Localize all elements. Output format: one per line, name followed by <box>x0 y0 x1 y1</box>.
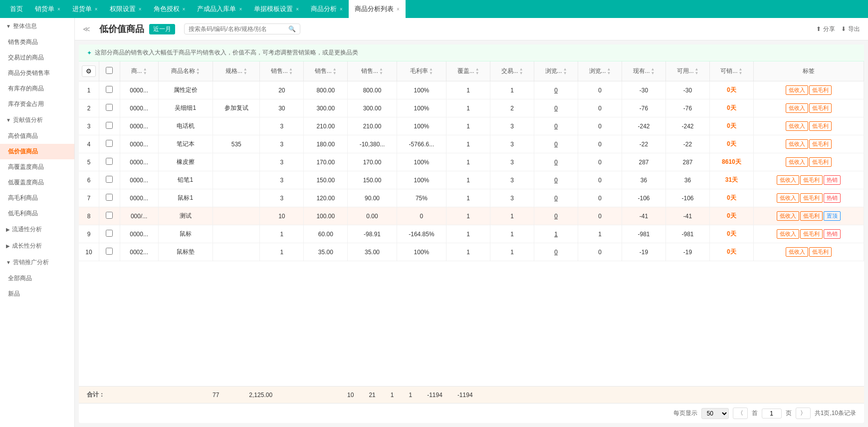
col-transactions[interactable]: 交易...▲▼ <box>490 61 534 81</box>
sidebar-item-有库存的商品[interactable]: 有库存的商品 <box>0 81 74 96</box>
search-icon[interactable]: 🔍 <box>288 25 296 32</box>
collapse-sidebar-button[interactable]: ≪ <box>83 25 90 33</box>
nav-item-商品分析[interactable]: 商品分析× <box>305 0 349 18</box>
row-checkbox[interactable] <box>106 122 113 129</box>
row-checkbox[interactable] <box>106 248 113 255</box>
row-checkbox[interactable] <box>106 140 113 147</box>
views-link[interactable]: 0 <box>554 87 558 94</box>
cell-checkbox[interactable] <box>99 189 120 207</box>
col-name-sort[interactable]: 商品名称▲▼ <box>171 67 200 75</box>
nav-item-商品分析列表[interactable]: 商品分析列表× <box>349 0 406 18</box>
col-sales2-sort[interactable]: 销售...▲▼ <box>315 67 337 75</box>
col-code[interactable]: 商...▲▼ <box>120 61 158 81</box>
nav-item-角色授权[interactable]: 角色授权× <box>148 0 192 18</box>
sidebar-item-全部商品[interactable]: 全部商品 <box>0 271 74 286</box>
cell-views1[interactable]: 0 <box>534 99 578 117</box>
col-sales2[interactable]: 销售...▲▼ <box>304 61 348 81</box>
nav-item-单据模板设置[interactable]: 单据模板设置× <box>248 0 305 18</box>
cell-checkbox[interactable] <box>99 243 120 261</box>
col-spec-sort[interactable]: 规格...▲▼ <box>225 67 247 75</box>
nav-item-产成品入库单[interactable]: 产成品入库单× <box>191 0 248 18</box>
close-icon[interactable]: × <box>183 6 186 12</box>
row-checkbox[interactable] <box>106 104 113 111</box>
sidebar-item-高毛利商品[interactable]: 高毛利商品 <box>0 190 74 206</box>
cell-checkbox[interactable] <box>99 225 120 243</box>
share-button[interactable]: ⬆ 分享 <box>816 25 835 33</box>
cell-views1[interactable]: 1 <box>534 225 578 243</box>
col-views2[interactable]: 浏览...▲▼ <box>578 61 622 81</box>
search-input[interactable] <box>189 25 288 32</box>
sidebar-item-高价值商品[interactable]: 高价值商品 <box>0 128 74 144</box>
col-sales1[interactable]: 销售...▲▼ <box>260 61 304 81</box>
cell-views1[interactable]: 0 <box>534 189 578 207</box>
page-input[interactable] <box>762 409 782 419</box>
nav-item-权限设置[interactable]: 权限设置× <box>104 0 148 18</box>
next-page-button[interactable]: 〉 <box>796 408 811 419</box>
sidebar-item-低价值商品[interactable]: 低价值商品 <box>0 144 74 159</box>
cell-checkbox[interactable] <box>99 171 120 189</box>
sidebar-item-低毛利商品[interactable]: 低毛利商品 <box>0 206 74 221</box>
close-icon[interactable]: × <box>139 6 142 12</box>
prev-page-button[interactable]: 〈 <box>733 408 748 419</box>
close-icon[interactable]: × <box>296 6 299 12</box>
per-page-select[interactable]: 50 100 200 <box>701 408 729 419</box>
views-link[interactable]: 0 <box>554 213 558 220</box>
views-link[interactable]: 0 <box>554 123 558 130</box>
row-checkbox[interactable] <box>106 158 113 165</box>
filter-tag-button[interactable]: 近一月 <box>149 24 175 34</box>
table-scroll[interactable]: ⚙ 商...▲▼ 商品名称▲▼ 规格...▲▼ 销售...▲▼ 销售...▲▼ … <box>79 61 864 386</box>
cell-checkbox[interactable] <box>99 207 120 225</box>
cell-views1[interactable]: 0 <box>534 117 578 135</box>
sidebar-item-低覆盖度商品[interactable]: 低覆盖度商品 <box>0 175 74 190</box>
cell-views1[interactable]: 0 <box>534 135 578 153</box>
nav-item-进货单[interactable]: 进货单× <box>66 0 104 18</box>
sidebar-item-高覆盖度商品[interactable]: 高覆盖度商品 <box>0 159 74 175</box>
col-coverage-sort[interactable]: 覆盖...▲▼ <box>457 67 479 75</box>
cell-views1[interactable]: 0 <box>534 153 578 171</box>
close-icon[interactable]: × <box>397 6 400 12</box>
cell-checkbox[interactable] <box>99 117 120 135</box>
views-link[interactable]: 0 <box>554 249 558 256</box>
row-checkbox[interactable] <box>106 86 113 93</box>
col-views1-sort[interactable]: 浏览...▲▼ <box>545 67 567 75</box>
col-code-sort[interactable]: 商...▲▼ <box>131 67 147 75</box>
sidebar-item-销售类商品[interactable]: 销售类商品 <box>0 34 74 50</box>
row-checkbox[interactable] <box>106 230 113 237</box>
cell-checkbox[interactable] <box>99 99 120 117</box>
col-checkbox[interactable] <box>99 61 120 81</box>
sidebar-item-商品分类销售率[interactable]: 商品分类销售率 <box>0 65 74 81</box>
col-saleable-sort[interactable]: 可销...▲▼ <box>720 67 742 75</box>
views-link[interactable]: 0 <box>554 159 558 166</box>
close-icon[interactable]: × <box>57 6 60 12</box>
col-sales3-sort[interactable]: 销售...▲▼ <box>361 67 383 75</box>
sidebar-section-title[interactable]: ▼ 整体信息 <box>0 18 74 34</box>
col-transactions-sort[interactable]: 交易...▲▼ <box>501 67 523 75</box>
nav-item-首页[interactable]: 首页 <box>4 0 29 18</box>
cell-checkbox[interactable] <box>99 81 120 99</box>
row-checkbox[interactable] <box>106 212 113 219</box>
select-all-checkbox[interactable] <box>106 67 113 74</box>
close-icon[interactable]: × <box>239 6 242 12</box>
row-checkbox[interactable] <box>106 194 113 201</box>
cell-checkbox[interactable] <box>99 153 120 171</box>
sidebar-section-title[interactable]: ▼ 贡献值分析 <box>0 112 74 128</box>
cell-views1[interactable]: 0 <box>534 207 578 225</box>
col-current[interactable]: 现有...▲▼ <box>622 61 666 81</box>
export-button[interactable]: ⬇ 导出 <box>841 25 860 33</box>
cell-views1[interactable]: 0 <box>534 81 578 99</box>
sidebar-section-title[interactable]: ▶ 流通性分析 <box>0 221 74 238</box>
views-link[interactable]: 0 <box>554 105 558 112</box>
sidebar-section-title[interactable]: ▶ 成长性分析 <box>0 238 74 254</box>
col-views2-sort[interactable]: 浏览...▲▼ <box>589 67 611 75</box>
col-spec[interactable]: 规格...▲▼ <box>213 61 260 81</box>
col-views1[interactable]: 浏览...▲▼ <box>534 61 578 81</box>
col-available-sort[interactable]: 可用...▲▼ <box>677 67 699 75</box>
sidebar-item-交易过的商品[interactable]: 交易过的商品 <box>0 50 74 65</box>
col-name[interactable]: 商品名称▲▼ <box>158 61 213 81</box>
col-sales3[interactable]: 销售...▲▼ <box>348 61 397 81</box>
gear-button[interactable]: ⚙ <box>82 65 96 77</box>
sidebar-section-title[interactable]: ▼ 营销推广分析 <box>0 254 74 271</box>
views-link[interactable]: 1 <box>554 231 558 238</box>
col-current-sort[interactable]: 现有...▲▼ <box>633 67 655 75</box>
views-link[interactable]: 0 <box>554 177 558 184</box>
